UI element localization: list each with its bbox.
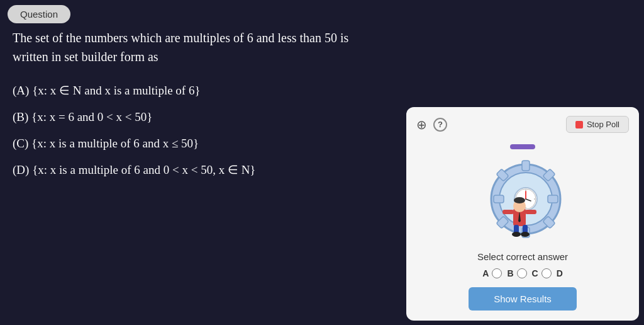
radio-c[interactable] <box>541 268 552 278</box>
select-correct-label: Select correct answer <box>477 251 568 262</box>
option-d-label: D <box>557 268 563 278</box>
svg-rect-6 <box>548 195 558 203</box>
svg-rect-27 <box>525 210 536 214</box>
answer-option-a[interactable]: A <box>482 268 502 278</box>
option-c: (C) {x: x is a multiple of 6 and x ≤ 50} <box>13 132 405 156</box>
option-d: (D) {x: x is a multiple of 6 and 0 < x <… <box>13 158 405 182</box>
option-c-label: C <box>532 268 538 278</box>
radio-a[interactable] <box>492 268 502 278</box>
question-text: The set of the numbers which are multipl… <box>13 28 405 66</box>
panel-top-bar: ⊕ ? Stop Poll <box>416 116 629 133</box>
answer-option-b[interactable]: B <box>507 268 526 278</box>
stop-icon <box>575 121 583 128</box>
stop-poll-button[interactable]: Stop Poll <box>566 116 629 133</box>
answer-options-row: A B C D <box>416 268 629 278</box>
help-icon[interactable]: ? <box>433 118 447 132</box>
illustration <box>466 139 579 246</box>
show-results-label: Show Results <box>494 294 552 304</box>
right-panel: ⊕ ? Stop Poll <box>406 107 639 321</box>
purple-bar <box>510 144 535 149</box>
svg-rect-5 <box>494 195 504 203</box>
answer-option-c[interactable]: C <box>532 268 552 278</box>
show-results-button[interactable]: Show Results <box>469 287 577 311</box>
svg-point-24 <box>512 232 521 237</box>
option-b: (B) {x: x = 6 and 0 < x < 50} <box>13 105 405 129</box>
options-area: (A) {x: x ∈ N and x is a multiple of 6} … <box>13 79 405 182</box>
svg-rect-3 <box>522 161 530 171</box>
question-area: The set of the numbers which are multipl… <box>13 28 405 185</box>
svg-point-25 <box>521 232 530 237</box>
question-line1: The set of the numbers which are multipl… <box>13 31 348 45</box>
svg-rect-26 <box>502 210 514 214</box>
option-b-label: B <box>507 268 513 278</box>
move-icon[interactable]: ⊕ <box>416 117 427 132</box>
question-tab: Question <box>8 5 70 23</box>
option-a-label: A <box>482 268 489 278</box>
illustration-svg <box>466 139 579 243</box>
svg-point-21 <box>514 197 525 203</box>
question-line2: written in set builder form as <box>13 50 158 64</box>
option-a: (A) {x: x ∈ N and x is a multiple of 6} <box>13 79 405 103</box>
radio-b[interactable] <box>517 268 527 278</box>
question-tab-label: Question <box>20 9 58 20</box>
panel-icons: ⊕ ? <box>416 117 447 132</box>
stop-poll-label: Stop Poll <box>587 120 619 129</box>
answer-option-d[interactable]: D <box>557 268 563 278</box>
